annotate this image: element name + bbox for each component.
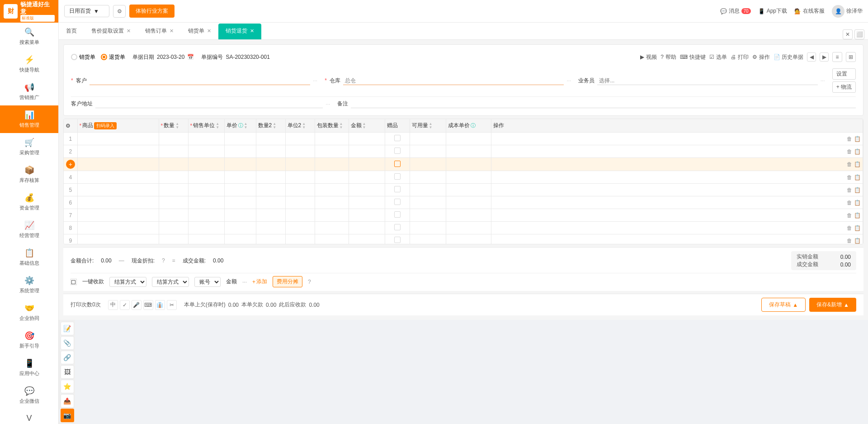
warehouse-input[interactable] bbox=[343, 76, 564, 85]
tab-sales-order[interactable]: 销售订单 ✕ bbox=[138, 24, 181, 39]
address-select-btn[interactable]: ··· bbox=[326, 101, 330, 107]
tab-sales-delivery[interactable]: 销货单 ✕ bbox=[181, 24, 218, 39]
qty2-cell[interactable] bbox=[256, 133, 285, 145]
amount-cell[interactable] bbox=[349, 133, 385, 145]
gift-cell[interactable] bbox=[385, 133, 410, 145]
qty2-cell[interactable] bbox=[256, 145, 285, 158]
app-download-btn[interactable]: 📱 App下载 bbox=[758, 7, 787, 15]
right-scan-btn[interactable]: 📷 bbox=[61, 409, 74, 422]
status-icon-2[interactable]: ✓ bbox=[120, 300, 130, 310]
copy-icon[interactable]: 📋 bbox=[854, 174, 861, 181]
setup-btn[interactable]: 设置 bbox=[832, 68, 856, 80]
price-cell[interactable] bbox=[224, 133, 256, 145]
sidebar-item-newbie[interactable]: 🎯 新手引导 bbox=[0, 326, 58, 354]
cost-unit-cell[interactable] bbox=[446, 145, 491, 158]
pkg-qty-cell[interactable] bbox=[315, 158, 349, 171]
price-cell[interactable] bbox=[224, 158, 256, 171]
print-action[interactable]: 🖨 打印 bbox=[731, 53, 749, 61]
product-input-active[interactable] bbox=[80, 161, 157, 167]
staff-input[interactable] bbox=[597, 76, 817, 85]
qty-cell[interactable] bbox=[159, 133, 188, 145]
tab-sales-return-close[interactable]: ✕ bbox=[250, 28, 254, 34]
add-payment-btn[interactable]: + 添加 bbox=[252, 278, 267, 286]
gift-checkbox[interactable] bbox=[394, 135, 401, 141]
sidebar-item-member[interactable]: V 畅会员 bbox=[0, 409, 58, 424]
video-action[interactable]: ▶ 视频 bbox=[640, 53, 657, 61]
amount-cell[interactable] bbox=[349, 145, 385, 158]
business-selector[interactable]: 日用百货 ▼ bbox=[64, 5, 109, 17]
warehouse-select-btn[interactable]: ··· bbox=[566, 77, 571, 84]
copy-icon[interactable]: 📋 bbox=[854, 148, 861, 155]
price-cell[interactable] bbox=[224, 145, 256, 158]
copy-icon[interactable]: 📋 bbox=[854, 161, 861, 167]
delete-icon[interactable]: 🗑 bbox=[847, 200, 852, 206]
radio-return[interactable]: 退货单 bbox=[101, 53, 125, 61]
radio-delivery[interactable]: 销货单 bbox=[71, 53, 95, 61]
one-click-payment-checkbox[interactable]: ☐ bbox=[71, 279, 77, 285]
cost-info-icon[interactable]: ⓘ bbox=[471, 122, 476, 129]
gift-checkbox[interactable] bbox=[394, 148, 401, 154]
copy-icon[interactable]: 📋 bbox=[854, 212, 861, 219]
right-star-btn[interactable]: ⭐ bbox=[61, 380, 74, 393]
status-icon-4[interactable]: ⌨ bbox=[143, 300, 153, 310]
unit2-cell[interactable] bbox=[285, 133, 315, 145]
copy-icon[interactable]: 📋 bbox=[854, 225, 861, 231]
sidebar-item-shortcut[interactable]: ⚡ 快捷导航 bbox=[0, 50, 58, 78]
qty-cell[interactable] bbox=[159, 145, 188, 158]
delete-icon[interactable]: 🗑 bbox=[847, 161, 852, 167]
status-icon-1[interactable]: 中 bbox=[108, 300, 118, 310]
cost-unit-cell[interactable] bbox=[446, 158, 491, 171]
scan-btn[interactable]: 扫码录入 bbox=[94, 122, 117, 129]
sidebar-item-appstore[interactable]: 📱 应用中心 bbox=[0, 354, 58, 381]
online-service-btn[interactable]: 💁 在线客服 bbox=[794, 7, 825, 15]
address-input[interactable] bbox=[95, 100, 323, 108]
sidebar-item-search[interactable]: 🔍 搜索菜单 bbox=[0, 23, 58, 50]
copy-icon[interactable]: 📋 bbox=[854, 187, 861, 193]
account-select[interactable]: 账号 bbox=[194, 277, 221, 287]
experience-btn[interactable]: 体验行业方案 bbox=[129, 5, 175, 18]
sidebar-item-collab[interactable]: 🤝 企业协同 bbox=[0, 299, 58, 326]
price-info-icon[interactable]: ⓘ bbox=[238, 122, 243, 129]
unit2-cell[interactable] bbox=[285, 158, 315, 171]
customer-input[interactable] bbox=[90, 76, 311, 85]
pkg-qty-cell[interactable] bbox=[315, 133, 349, 145]
date-picker-icon[interactable]: 📅 bbox=[187, 54, 194, 60]
list-view-btn[interactable]: ≡ bbox=[832, 52, 842, 62]
discount-info-icon[interactable]: ? bbox=[162, 257, 165, 264]
sale-unit-cell[interactable] bbox=[188, 145, 224, 158]
right-link-btn[interactable]: 🔗 bbox=[61, 351, 74, 364]
sidebar-item-finance[interactable]: 💰 资金管理 bbox=[0, 188, 58, 216]
product-cell-active[interactable] bbox=[77, 158, 159, 171]
right-note-btn[interactable]: 📝 bbox=[61, 322, 74, 335]
status-icon-5[interactable]: 👔 bbox=[155, 300, 165, 310]
product-cell[interactable] bbox=[77, 133, 159, 145]
table-gear-icon[interactable]: ⚙ bbox=[66, 123, 71, 129]
grid-view-btn[interactable]: ⊞ bbox=[846, 52, 856, 62]
prev-record-btn[interactable]: ◀ bbox=[807, 52, 816, 62]
user-btn[interactable]: 👤 徐泽华 bbox=[832, 5, 863, 18]
right-attach-btn[interactable]: 📎 bbox=[61, 336, 74, 350]
sidebar-item-sales[interactable]: 📊 销售管理 bbox=[0, 105, 58, 133]
sidebar-item-purchase[interactable]: 🛒 采购管理 bbox=[0, 133, 58, 161]
tab-home[interactable]: 首页 bbox=[59, 24, 84, 39]
delete-icon[interactable]: 🗑 bbox=[847, 148, 852, 155]
gift-cell[interactable] bbox=[385, 158, 410, 171]
shortcut-action[interactable]: ⌨ 快捷键 bbox=[680, 53, 706, 61]
copy-icon[interactable]: 📋 bbox=[854, 200, 861, 206]
available-cell[interactable] bbox=[410, 145, 446, 158]
copy-icon[interactable]: 📋 bbox=[854, 136, 861, 142]
cost-unit-cell[interactable] bbox=[446, 133, 491, 145]
help-action[interactable]: ? 帮助 bbox=[660, 53, 676, 61]
delete-icon[interactable]: 🗑 bbox=[847, 225, 852, 231]
delete-icon[interactable]: 🗑 bbox=[847, 238, 852, 244]
qty-cell[interactable] bbox=[159, 158, 188, 171]
gift-cell[interactable] bbox=[385, 145, 410, 158]
product-cell[interactable] bbox=[77, 145, 159, 158]
close-window-btn[interactable]: ✕ bbox=[843, 29, 853, 39]
right-share-btn[interactable]: 📤 bbox=[61, 394, 74, 408]
delete-icon[interactable]: 🗑 bbox=[847, 212, 852, 219]
remark-input[interactable] bbox=[351, 100, 856, 108]
history-action[interactable]: 📄 历史单据 bbox=[774, 53, 803, 61]
sale-unit-cell[interactable] bbox=[188, 133, 224, 145]
tab-price-setting-close[interactable]: ✕ bbox=[127, 28, 131, 34]
